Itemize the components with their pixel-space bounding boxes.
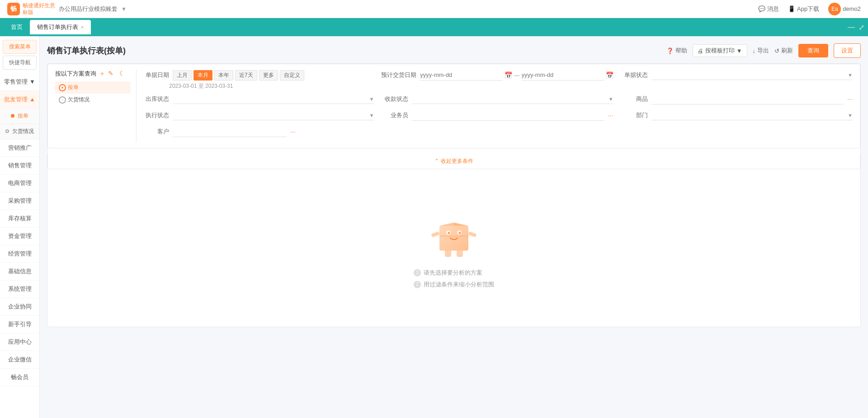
main-layout: 搜索菜单 快捷导航 零售管理 ▼ 批发管理 ▲ 按单 欠货情况 营销推广 销售管… xyxy=(0,36,868,418)
edit-scheme-icon[interactable]: ✎ xyxy=(108,70,113,78)
search-button[interactable]: 查询 xyxy=(798,44,828,57)
tab-bar: 首页 销售订单执行表 × — ⤢ xyxy=(0,18,868,36)
salesperson-input[interactable] xyxy=(412,110,604,121)
empty-hint-2: 2 用过滤条件来缩小分析范围 xyxy=(414,279,494,290)
exec-status-select[interactable]: ▼ xyxy=(173,111,374,120)
quick-nav-button[interactable]: 快捷导航 xyxy=(3,56,37,70)
filter-panel: 按以下方案查询 ＋ ✎ 《 ● 按单 ○ xyxy=(47,64,860,148)
sidebar-item-basic-info[interactable]: 基础信息 xyxy=(0,263,39,280)
filter-scheme-panel: 按以下方案查询 ＋ ✎ 《 ● 按单 ○ xyxy=(55,70,137,142)
top-bar-title: 办公用品行业模拟账套 xyxy=(59,5,118,13)
date-tag-last-month[interactable]: 上月 xyxy=(173,70,192,81)
filter-outbound-field: 出库状态 ▼ xyxy=(142,95,374,104)
sidebar-item-ecommerce[interactable]: 电商管理 xyxy=(0,175,39,192)
sidebar-item-member[interactable]: 畅会员 xyxy=(0,369,39,386)
top-bar: 畅 畅捷通好生意 标版 办公用品行业模拟账套 ▼ 💬 消息 📱 App下载 Ea… xyxy=(0,0,868,18)
svg-rect-9 xyxy=(468,231,477,238)
filter-scheme-list: ● 按单 ○ 欠货情况 xyxy=(55,81,131,106)
sidebar-item-newbie[interactable]: 新手引导 xyxy=(0,316,39,333)
sidebar-item-ops-mgmt[interactable]: 经营管理 xyxy=(0,245,39,263)
tab-close-icon[interactable]: × xyxy=(81,25,84,30)
doc-status-select[interactable]: ▼ xyxy=(651,71,853,80)
content-area: 销售订单执行表(按单) ❓ 帮助 🖨 按模板打印 ▼ ↓ 导出 ↺ 刷新 xyxy=(40,36,868,418)
sidebar-item-inventory[interactable]: 库存核算 xyxy=(0,210,39,228)
collapse-bar[interactable]: ⌃ 收起更多条件 xyxy=(47,154,860,169)
top-bar-right: 💬 消息 📱 App下载 Ea demo2 xyxy=(758,3,861,15)
date-tag-more[interactable]: 更多 xyxy=(259,70,278,81)
print-arrow-icon: ▼ xyxy=(736,48,742,54)
svg-marker-2 xyxy=(454,223,468,226)
scheme-item-by-order[interactable]: ● 按单 xyxy=(55,81,131,94)
empty-state: 1 请先选择要分析的方案 2 用过滤条件来缩小分析范围 xyxy=(47,169,860,327)
sidebar-item-purchase[interactable]: 采购管理 xyxy=(0,192,39,210)
date-tag-this-month[interactable]: 本月 xyxy=(193,70,212,81)
collapse-icon: ⌃ xyxy=(434,158,439,164)
add-scheme-icon[interactable]: ＋ xyxy=(99,70,105,78)
empty-text: 1 请先选择要分析的方案 2 用过滤条件来缩小分析范围 xyxy=(414,267,494,290)
sidebar-item-retail-mgmt[interactable]: 零售管理 ▼ xyxy=(0,73,39,91)
sidebar-top: 搜索菜单 快捷导航 xyxy=(0,36,39,73)
filter-wrapper: 按以下方案查询 ＋ ✎ 《 ● 按单 ○ xyxy=(47,63,861,327)
search-menu-button[interactable]: 搜索菜单 xyxy=(3,40,37,54)
delivery-date-start-input[interactable] xyxy=(420,70,502,81)
maximize-icon[interactable]: ⤢ xyxy=(859,23,864,32)
filter-row-3: 执行状态 ▼ 业务员 ··· 部门 xyxy=(142,110,853,121)
hint-number-1: 1 xyxy=(414,269,421,276)
refresh-button[interactable]: ↺ 刷新 xyxy=(774,47,793,55)
filter-date-field: 单据日期 上月 本月 本年 近7天 更多 自定义 xyxy=(142,70,374,81)
calendar-end-icon[interactable]: 📅 xyxy=(606,71,613,79)
delivery-date-end-input[interactable] xyxy=(522,70,604,81)
sidebar-item-wholesale-mgmt[interactable]: 批发管理 ▲ xyxy=(0,91,39,109)
sidebar-item-enterprise[interactable]: 企业协同 xyxy=(0,298,39,316)
sidebar-item-marketing[interactable]: 营销推广 xyxy=(0,139,39,157)
message-button[interactable]: 💬 消息 xyxy=(758,5,779,13)
logo-text: 畅捷通好生意 标版 xyxy=(23,2,55,15)
calendar-start-icon[interactable]: 📅 xyxy=(505,71,512,79)
customer-more-icon[interactable]: ··· xyxy=(290,128,296,135)
app-download-button[interactable]: 📱 App下载 xyxy=(788,5,819,13)
doc-status-label: 单据状态 xyxy=(621,71,648,79)
salesperson-label: 业务员 xyxy=(381,111,408,119)
settings-button[interactable]: 设置 xyxy=(834,43,861,58)
export-button[interactable]: ↓ 导出 xyxy=(753,47,769,55)
help-button[interactable]: ❓ 帮助 xyxy=(666,47,687,55)
date-tag-this-year[interactable]: 本年 xyxy=(214,70,233,81)
export-icon: ↓ xyxy=(753,48,756,54)
sidebar-item-corp-wechat[interactable]: 企业微信 xyxy=(0,351,39,369)
download-icon: 📱 xyxy=(788,5,795,12)
top-bar-arrow-icon[interactable]: ▼ xyxy=(121,6,127,12)
collection-label: 收款状态 xyxy=(381,95,408,103)
goods-more-icon[interactable]: ··· xyxy=(847,95,853,103)
user-profile[interactable]: Ea demo2 xyxy=(828,3,861,15)
date-label: 单据日期 xyxy=(142,71,169,79)
sidebar-sub-item-order[interactable]: 按单 xyxy=(0,109,39,124)
print-button[interactable]: 🖨 按模板打印 ▼ xyxy=(693,44,747,57)
doc-status-arrow-icon: ▼ xyxy=(848,72,853,78)
tab-sales-order-exec[interactable]: 销售订单执行表 × xyxy=(30,20,91,34)
date-tag-7days[interactable]: 近7天 xyxy=(235,70,257,81)
collection-status-select[interactable]: ▼ xyxy=(412,95,613,104)
goods-input[interactable] xyxy=(651,94,844,104)
tab-home[interactable]: 首页 xyxy=(4,20,30,34)
outbound-status-select[interactable]: ▼ xyxy=(173,95,374,104)
scheme-item-debt[interactable]: ○ 欠货情况 xyxy=(55,94,131,106)
sidebar-item-sys-mgmt[interactable]: 系统管理 xyxy=(0,280,39,298)
page-actions: ❓ 帮助 🖨 按模板打印 ▼ ↓ 导出 ↺ 刷新 查询 设置 xyxy=(666,43,861,58)
sidebar-item-finance[interactable]: 资金管理 xyxy=(0,228,39,245)
dept-select[interactable]: ▼ xyxy=(651,111,853,120)
customer-input[interactable] xyxy=(173,126,287,137)
sidebar-item-sales-mgmt[interactable]: 销售管理 xyxy=(0,157,39,175)
minimize-icon[interactable]: — xyxy=(848,23,855,32)
svg-rect-8 xyxy=(431,231,440,238)
date-range-display: 2023-03-01 至 2023-03-31 xyxy=(142,82,853,90)
hint-number-2: 2 xyxy=(414,281,421,288)
print-icon: 🖨 xyxy=(698,48,703,54)
date-tag-custom[interactable]: 自定义 xyxy=(280,70,304,81)
sidebar-sub-item-debt[interactable]: 欠货情况 xyxy=(0,124,39,139)
salesperson-more-icon[interactable]: ··· xyxy=(608,112,613,119)
sidebar-item-app-center[interactable]: 应用中心 xyxy=(0,333,39,351)
top-bar-left: 畅 畅捷通好生意 标版 办公用品行业模拟账套 ▼ xyxy=(7,2,127,15)
collection-arrow-icon: ▼ xyxy=(609,96,613,102)
customer-label: 客户 xyxy=(142,128,169,136)
collapse-left-icon[interactable]: 《 xyxy=(116,70,123,78)
